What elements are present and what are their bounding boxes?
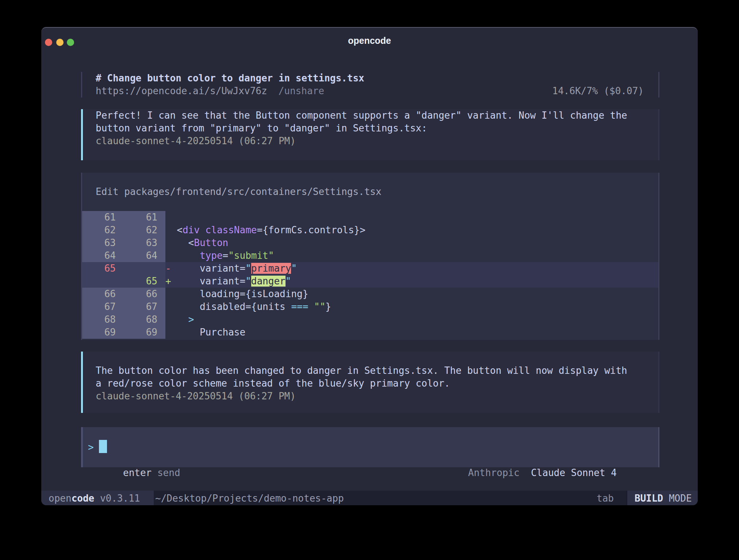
hint-footer: enter send Anthropic Claude Sonnet 4 xyxy=(81,467,659,479)
code-line: disabled={units === ""} xyxy=(165,300,658,313)
model-name: Claude Sonnet 4 xyxy=(525,467,617,478)
diff-row: 6969 Purchase xyxy=(82,326,658,339)
message-text: a red/rose color scheme instead of the b… xyxy=(96,377,658,390)
text-cursor xyxy=(99,440,107,453)
line-number-old: 67 xyxy=(82,300,124,313)
provider-label: Anthropic xyxy=(468,467,520,478)
prompt-symbol: > xyxy=(88,442,94,453)
diff-row: 6767 disabled={units === ""} xyxy=(82,300,658,313)
line-number-old: 62 xyxy=(82,224,124,237)
titlebar: opencode xyxy=(41,28,698,53)
working-directory: ~/Desktop/Projects/demo-notes-app xyxy=(155,491,344,505)
message-text: The button color has been changed to dan… xyxy=(96,364,658,377)
window-title: opencode xyxy=(41,28,698,53)
diff-table: 61616262 <div className={formCs.controls… xyxy=(82,211,658,339)
line-number-old: 64 xyxy=(82,249,124,262)
token-cost-stats: 14.6K/7% ($0.07) xyxy=(552,85,658,97)
model-timestamp: claude-sonnet-4-20250514 (06:27 PM) xyxy=(96,390,658,403)
code-line: type="submit" xyxy=(165,249,658,262)
code-line: - variant="primary" xyxy=(165,262,658,275)
model-info: Anthropic Claude Sonnet 4 xyxy=(468,467,659,479)
code-line: <div className={formCs.controls}> xyxy=(165,224,658,237)
line-number-old: 66 xyxy=(82,288,124,300)
diff-row: 6262 <div className={formCs.controls}> xyxy=(82,224,658,237)
unshare-command[interactable]: /unshare xyxy=(279,85,324,97)
diff-row: 65- variant="primary" xyxy=(82,262,658,275)
message-text: button variant from "primary" to "danger… xyxy=(96,122,658,135)
session-title: # Change button color to danger in setti… xyxy=(96,72,658,85)
diff-row: 6868 > xyxy=(82,313,658,326)
code-line: <Button xyxy=(165,237,658,249)
session-header: # Change button color to danger in setti… xyxy=(81,72,659,97)
line-number-new: 63 xyxy=(124,237,165,249)
tab-key-hint[interactable]: tab xyxy=(597,491,614,505)
edit-tool-title: Edit packages/frontend/src/containers/Se… xyxy=(82,185,658,198)
line-number-old: 68 xyxy=(82,313,124,326)
line-number-old: 65 xyxy=(82,262,124,275)
diff-row: 6161 xyxy=(82,211,658,224)
assistant-message: Perfect! I can see that the Button compo… xyxy=(81,109,659,160)
line-number-old xyxy=(82,275,124,288)
line-number-new: 61 xyxy=(124,211,165,224)
code-line: Purchase xyxy=(165,326,658,339)
model-timestamp: claude-sonnet-4-20250514 (06:27 PM) xyxy=(96,135,658,147)
code-line xyxy=(165,211,658,224)
build-mode-chip[interactable]: BUILD MODE xyxy=(627,491,698,505)
code-line: > xyxy=(165,313,658,326)
code-line: loading={isLoading} xyxy=(165,288,658,300)
line-number-old: 69 xyxy=(82,326,124,339)
line-number-new: 66 xyxy=(124,288,165,300)
edit-tool-card: Edit packages/frontend/src/containers/Se… xyxy=(81,173,659,340)
line-number-old: 63 xyxy=(82,237,124,249)
code-line: + variant="danger" xyxy=(165,275,658,288)
line-number-new: 67 xyxy=(124,300,165,313)
share-url-link[interactable]: https://opencode.ai/s/UwJxv76z xyxy=(96,85,267,97)
line-number-new: 68 xyxy=(124,313,165,326)
diff-row: 65+ variant="danger" xyxy=(82,275,658,288)
line-number-new: 65 xyxy=(124,275,165,288)
diff-row: 6464 type="submit" xyxy=(82,249,658,262)
line-number-new xyxy=(124,262,165,275)
prompt-input[interactable]: > xyxy=(81,427,659,467)
diff-row: 6666 loading={isLoading} xyxy=(82,288,658,300)
line-number-old: 61 xyxy=(82,211,124,224)
line-number-new: 62 xyxy=(124,224,165,237)
message-text: Perfect! I can see that the Button compo… xyxy=(96,109,658,122)
line-number-new: 64 xyxy=(124,249,165,262)
opencode-window: opencode # Change button color to danger… xyxy=(41,27,698,505)
enter-key-hint: enter xyxy=(81,467,152,479)
line-number-new: 69 xyxy=(124,326,165,339)
app-version-chip: opencode v0.3.11 xyxy=(41,491,154,505)
send-action-hint: send xyxy=(152,467,180,479)
assistant-message: The button color has been changed to dan… xyxy=(81,352,659,413)
status-bar: opencode v0.3.11 ~/Desktop/Projects/demo… xyxy=(41,491,698,505)
diff-row: 6363 <Button xyxy=(82,237,658,249)
